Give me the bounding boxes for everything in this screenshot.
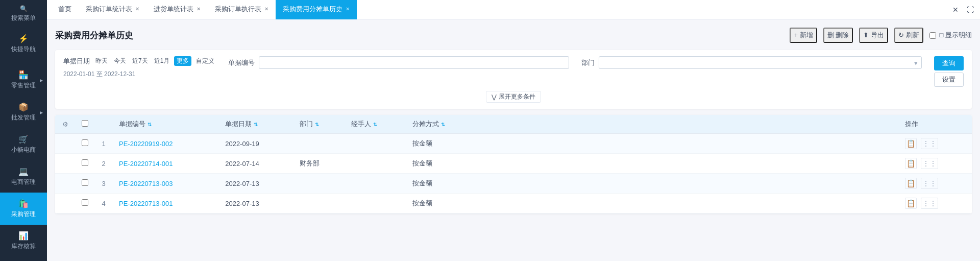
date-option-1month[interactable]: 近1月 bbox=[153, 56, 172, 66]
filter-dept-select[interactable]: 财务部 bbox=[599, 56, 922, 69]
sidebar-item-retail[interactable]: 🏪 零售管理 bbox=[0, 64, 47, 96]
table-row: 4 PE-20220713-001 2022-07-13 按金额 📋 ⋮⋮ bbox=[55, 194, 972, 213]
row-dept-2 bbox=[293, 174, 345, 194]
tab-purchase-incoming-stats[interactable]: 进货单统计表 ✕ bbox=[146, 0, 208, 19]
col-gear[interactable]: ⚙ bbox=[55, 115, 76, 134]
expand-more-button[interactable]: ⋁ 展开更多条件 bbox=[486, 91, 541, 103]
tab-home[interactable]: 首页 bbox=[51, 0, 79, 19]
row-edit-0[interactable]: 📋 bbox=[905, 138, 917, 149]
col-department[interactable]: 部门 ⇅ bbox=[293, 115, 345, 134]
query-button[interactable]: 查询 bbox=[934, 56, 964, 70]
expand-more-row: ⋁ 展开更多条件 bbox=[63, 91, 964, 103]
date-option-more[interactable]: 更多 bbox=[174, 56, 191, 66]
delete-button[interactable]: 删 删除 bbox=[823, 28, 853, 43]
row-actions-3: 📋 ⋮⋮ bbox=[899, 194, 972, 213]
row-num-2: 3 bbox=[94, 174, 113, 194]
tab-close-purchase-order-stats[interactable]: ✕ bbox=[135, 6, 139, 12]
tab-close-all-button[interactable]: ✕ bbox=[950, 5, 961, 15]
row-docnum-link-1[interactable]: PE-20220714-001 bbox=[119, 160, 173, 168]
tab-close-purchase-order-exec[interactable]: ✕ bbox=[264, 6, 268, 12]
show-columns-checkbox[interactable] bbox=[929, 32, 936, 39]
tab-bar-actions: ✕ ⛶ bbox=[950, 5, 976, 15]
tab-close-purchase-cost-history[interactable]: ✕ bbox=[346, 6, 350, 12]
page-content: 采购费用分摊单历史 + 新增 删 删除 ⬆ 导出 ↻ 刷新 □ 显示明细 单据日… bbox=[47, 19, 980, 261]
sidebar-item-shortcut[interactable]: ⚡ 快捷导航 bbox=[0, 28, 47, 60]
select-all-checkbox[interactable] bbox=[82, 120, 88, 127]
refresh-button[interactable]: ↻ 刷新 bbox=[894, 28, 923, 43]
table-row: 3 PE-20220713-003 2022-07-13 按金额 📋 ⋮⋮ bbox=[55, 174, 972, 194]
row-more-2[interactable]: ⋮⋮ bbox=[921, 178, 938, 189]
row-select-1[interactable] bbox=[82, 159, 88, 166]
col-doc-date[interactable]: 单据日期 ⇅ bbox=[219, 115, 293, 134]
settings-button[interactable]: 设置 bbox=[934, 73, 964, 87]
filter-dept-item: 部门 财务部 bbox=[581, 56, 922, 69]
sidebar-item-inventory[interactable]: 📊 库存核算 bbox=[0, 225, 47, 257]
row-docnum-2: PE-20220713-003 bbox=[113, 174, 219, 194]
export-button[interactable]: ⬆ 导出 bbox=[859, 28, 888, 43]
tab-purchase-cost-history[interactable]: 采购费用分摊单历史 ✕ bbox=[276, 0, 357, 19]
sidebar-item-purchase[interactable]: 🛍️ 采购管理 bbox=[0, 193, 47, 225]
row-select-2[interactable] bbox=[82, 179, 88, 186]
row-select-3[interactable] bbox=[82, 199, 88, 206]
row-docnum-link-0[interactable]: PE-20220919-002 bbox=[119, 140, 173, 148]
add-button[interactable]: + 新增 bbox=[790, 28, 817, 43]
date-option-7days[interactable]: 近7天 bbox=[131, 56, 150, 66]
row-more-1[interactable]: ⋮⋮ bbox=[921, 158, 938, 169]
filter-docnum-input[interactable] bbox=[259, 56, 569, 69]
filter-section: 单据日期 昨天 今天 近7天 近1月 更多 自定义 2022-01-01 至 2… bbox=[55, 50, 972, 109]
col-handler[interactable]: 经手人 ⇅ bbox=[345, 115, 407, 134]
row-select-0[interactable] bbox=[82, 139, 88, 146]
col-num bbox=[94, 115, 113, 134]
row-split-1: 按金额 bbox=[406, 154, 898, 174]
sidebar-item-ecom[interactable]: 💻 电商管理 bbox=[0, 160, 47, 193]
row-num-0: 1 bbox=[94, 134, 113, 154]
row-edit-1[interactable]: 📋 bbox=[905, 158, 917, 169]
row-docnum-link-3[interactable]: PE-20220713-001 bbox=[119, 200, 173, 207]
col-doc-number[interactable]: 单据编号 ⇅ bbox=[113, 115, 219, 134]
tab-maximize-button[interactable]: ⛶ bbox=[965, 5, 976, 15]
col-doc-date-sort[interactable]: 单据日期 ⇅ bbox=[225, 120, 258, 129]
data-table: ⚙ 单据编号 ⇅ 单据日期 bbox=[55, 115, 972, 213]
col-dept-sort[interactable]: 部门 ⇅ bbox=[300, 120, 319, 129]
table-body: 1 PE-20220919-002 2022-09-19 按金额 📋 ⋮⋮ 2 … bbox=[55, 134, 972, 213]
sidebar-item-wholesale[interactable]: 📦 批发管理 bbox=[0, 96, 47, 128]
col-doc-number-sort[interactable]: 单据编号 ⇅ bbox=[119, 120, 152, 129]
date-option-yesterday[interactable]: 昨天 bbox=[94, 56, 109, 66]
col-handler-sort[interactable]: 经手人 ⇅ bbox=[351, 120, 377, 129]
row-num-1: 2 bbox=[94, 154, 113, 174]
col-split-method[interactable]: 分摊方式 ⇅ bbox=[406, 115, 898, 134]
sidebar-item-ecom-small[interactable]: 🛒 小畅电商 bbox=[0, 128, 47, 160]
row-more-3[interactable]: ⋮⋮ bbox=[921, 198, 938, 209]
date-option-custom[interactable]: 自定义 bbox=[194, 56, 216, 66]
purchase-icon: 🛍️ bbox=[18, 199, 29, 208]
row-edit-3[interactable]: 📋 bbox=[905, 198, 917, 209]
row-num-3: 4 bbox=[94, 194, 113, 213]
row-checkbox-1 bbox=[76, 154, 94, 174]
row-actions-1: 📋 ⋮⋮ bbox=[899, 154, 972, 174]
row-docdate-1: 2022-07-14 bbox=[219, 154, 293, 174]
col-split-sort[interactable]: 分摊方式 ⇅ bbox=[412, 120, 445, 129]
inventory-icon: 📊 bbox=[18, 231, 29, 241]
sidebar-item-finance[interactable]: 💰 资金管理 bbox=[0, 257, 47, 261]
tab-bar: 首页 采购订单统计表 ✕ 进货单统计表 ✕ 采购订单执行表 ✕ 采购费用分摊单历… bbox=[47, 0, 980, 19]
row-edit-2[interactable]: 📋 bbox=[905, 178, 917, 189]
show-columns-button[interactable]: □ 显示明细 bbox=[929, 31, 972, 40]
tab-purchase-order-exec[interactable]: 采购订单执行表 ✕ bbox=[208, 0, 276, 19]
filter-date-range: 2022-01-01 至 2022-12-31 bbox=[63, 70, 135, 79]
row-handler-3 bbox=[345, 194, 407, 213]
row-actions-2: 📋 ⋮⋮ bbox=[899, 174, 972, 194]
tab-close-purchase-incoming-stats[interactable]: ✕ bbox=[197, 6, 201, 12]
filter-date-item: 单据日期 昨天 今天 近7天 近1月 更多 自定义 2022-01-01 至 2… bbox=[63, 56, 216, 79]
row-more-0[interactable]: ⋮⋮ bbox=[921, 138, 938, 149]
sidebar-item-search[interactable]: 🔍 搜索菜单 bbox=[0, 0, 47, 28]
row-docnum-link-2[interactable]: PE-20220713-003 bbox=[119, 180, 173, 187]
row-dept-3 bbox=[293, 194, 345, 213]
filter-docnum-label: 单据编号 bbox=[228, 58, 255, 67]
tab-purchase-order-stats[interactable]: 采购订单统计表 ✕ bbox=[79, 0, 146, 19]
row-gear-1 bbox=[55, 154, 76, 174]
date-option-today[interactable]: 今天 bbox=[112, 56, 128, 66]
sidebar: 🔍 搜索菜单 ⚡ 快捷导航 🏪 零售管理 📦 批发管理 🛒 小畅电商 💻 电商管… bbox=[0, 0, 47, 261]
retail-icon: 🏪 bbox=[18, 70, 29, 80]
main-content: 首页 采购订单统计表 ✕ 进货单统计表 ✕ 采购订单执行表 ✕ 采购费用分摊单历… bbox=[47, 0, 980, 261]
filter-date-options: 昨天 今天 近7天 近1月 更多 自定义 bbox=[94, 56, 216, 66]
